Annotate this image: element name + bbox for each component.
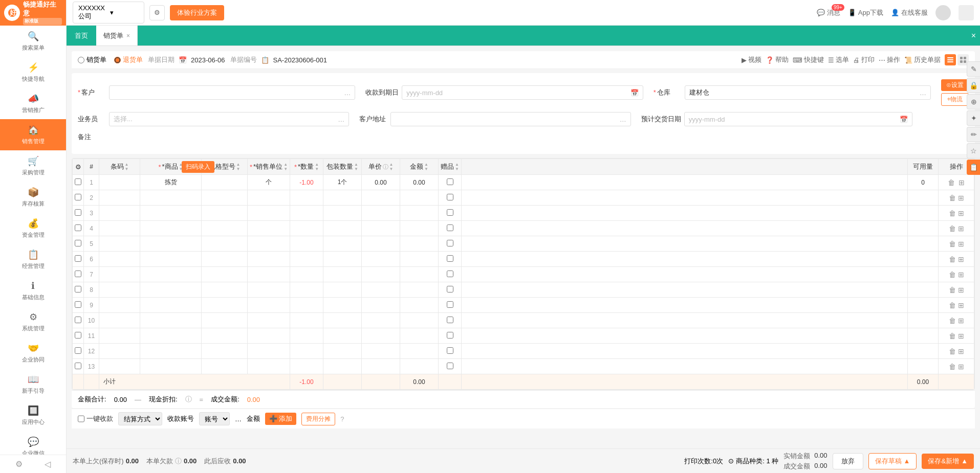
rp-btn-2[interactable]: 🔒 [967,78,980,93]
abandon-button[interactable]: 放弃 [833,453,863,469]
sidebar-item-guide[interactable]: 📖 新手引导 [0,369,66,400]
sidebar-item-apps[interactable]: 🔲 应用中心 [0,400,66,431]
account-select[interactable]: 账号 [199,412,230,425]
help-icon2[interactable]: ? [340,415,344,423]
app-download-btn[interactable]: 📱 App下载 [848,8,883,17]
table-row: 10🗑⊞ [73,313,974,328]
scan-button[interactable]: 扫码录入 [182,161,214,173]
order-icon: 📋 [261,56,269,64]
customer-input[interactable]: … [109,85,355,100]
list-view-btn[interactable] [945,54,956,65]
quicknav-icon: ⚡ [28,62,39,73]
tab-sales-order[interactable]: 销货单 × [96,26,138,46]
expense-button[interactable]: 费用分摊 [301,413,335,425]
delete-btn[interactable]: 🗑 [948,178,955,187]
customer-addr-input[interactable]: … [390,112,630,126]
one-pay-checkbox[interactable]: 一键收款 [78,412,113,425]
sidebar-item-purchase[interactable]: 🛒 采购管理 [0,150,66,182]
radio-return[interactable]: 退货单 [114,55,143,64]
info-btn[interactable]: ⓘ [185,395,192,404]
save-new-button[interactable]: 保存&新增 ▲ [922,454,974,469]
select-btn[interactable]: ☰ 选单 [828,55,849,64]
table-row: 8🗑⊞ [73,282,974,298]
sidebar-item-inventory[interactable]: 📦 库存核算 [0,182,66,213]
sidebar-item-finance[interactable]: 💰 资金管理 [0,213,66,244]
order-type-radio-group: 销货单 退货单 [78,55,143,64]
table-row: 13🗑⊞ [73,359,974,374]
logistics-btn[interactable]: +物流 [941,93,969,106]
amount-value: 0.00 [114,396,127,403]
sidebar-item-search[interactable]: 🔍 搜索菜单 [0,26,66,57]
settings-btn[interactable]: ⊙设置 [941,79,969,91]
sidebar-item-sales[interactable]: 🏠 销售管理 [0,119,66,150]
gift-checkbox[interactable] [447,178,453,185]
goods-cell[interactable]: 拣货 [140,175,202,190]
radio-sales[interactable]: 销货单 [78,55,106,64]
tab-bar-close-btn[interactable]: × [971,31,976,40]
purchase-icon: 🛒 [28,155,39,167]
pay-method-select[interactable]: 结算方式 [118,412,162,425]
delete-btn[interactable]: 🗑 [949,194,956,202]
video-btn[interactable]: ▶ 视频 [742,55,761,64]
gear-icon[interactable]: ⚙ [75,163,81,171]
history-btn[interactable]: 📜 历史单据 [904,55,941,64]
company-selector[interactable]: XXXXXX公司 ▾ [73,2,144,24]
user-menu[interactable] [959,5,974,20]
rp-btn-6[interactable]: ☆ [967,143,980,159]
shortcut-btn[interactable]: ⌨ 快捷键 [793,55,824,64]
sidebar-item-wechat[interactable]: 💬 企业微信 [0,431,66,455]
tab-close-icon[interactable]: × [126,32,130,39]
row-checkbox[interactable] [75,178,81,185]
table-row: 1 拣货 个 -1.00 1个 0.00 0.00 0 🗑 [73,175,974,190]
rp-btn-3[interactable]: ⊕ [967,94,980,109]
sidebar-collapse-btn[interactable]: ◁ [45,459,51,469]
copy-btn[interactable]: ⊞ [958,194,964,202]
sidebar-item-management[interactable]: 📋 经营管理 [0,244,66,275]
remarks-field: 备注 [78,132,969,142]
sidebar-item-label: 企业微信 [22,449,45,455]
help-btn[interactable]: ❓ 帮助 [766,55,789,64]
sidebar-item-marketing[interactable]: 📣 营销推广 [0,88,66,119]
table-row: 7🗑⊞ [73,267,974,282]
minus-icon: — [135,396,141,403]
sidebar-item-basic[interactable]: ℹ 基础信息 [0,275,66,306]
rp-btn-4[interactable]: ✦ [967,110,980,126]
warehouse-input[interactable]: 建材仓 … [685,85,931,100]
tab-home[interactable]: 首页 [67,26,96,46]
due-date-label: 收款到期日 [365,88,399,97]
trial-button[interactable]: 体验行业方案 [170,5,224,20]
subtotal-avail: 0.00 [908,374,939,390]
sidebar-item-system[interactable]: ⚙ 系统管理 [0,306,66,337]
expected-date-input[interactable]: yyyy-mm-dd 📅 [684,112,912,126]
form-row-3: 备注 [78,132,969,142]
form-footer: 金额合计: 0.00 — 现金折扣: ⓘ = 成交金额: 0.00 [72,390,975,408]
svg-rect-4 [947,61,953,62]
bottom-bar: 本单上欠(保存时) 0.00 本单欠款 ⓘ 0.00 此后应收 0.00 打印次… [67,448,980,473]
add-button[interactable]: ➕ 添加 [265,413,296,425]
print-btn[interactable]: 🖨 打印 [853,55,875,64]
row-checkbox[interactable] [75,194,81,200]
subtotal-qty: -1.00 [290,374,323,390]
sidebar-item-label: 营销推广 [22,106,45,114]
save-draft-button[interactable]: 保存草稿 ▲ [868,453,917,469]
salesperson-input[interactable]: 选择... … [109,112,349,126]
gift-checkbox[interactable] [447,194,453,200]
info-icon2[interactable]: ⓘ [175,457,182,466]
rp-btn-7[interactable]: 📋 [967,160,980,175]
rp-btn-1[interactable]: ✎ [967,61,980,77]
operation-btn[interactable]: ⋯ 操作 [879,55,900,64]
rp-btn-5[interactable]: ✏ [967,127,980,142]
qty-cell[interactable]: -1.00 [290,175,323,190]
sidebar-item-quicknav[interactable]: ⚡ 快捷导航 [0,57,66,88]
online-service-btn[interactable]: 👤 在线客服 [891,8,928,17]
sidebar-item-collab[interactable]: 🤝 企业协同 [0,337,66,369]
amount-label2: 金额 [247,414,260,423]
settings-btn[interactable]: ⚙ [149,5,165,20]
due-date-input[interactable]: yyyy-mm-dd 📅 [402,85,643,100]
message-btn[interactable]: 💬 消息 99+ [817,8,840,17]
plus-icon: ➕ [269,415,277,422]
price-cell[interactable]: 0.00 [362,175,400,190]
copy-btn[interactable]: ⊞ [959,178,965,187]
sidebar-settings-btn[interactable]: ⚙ [15,459,23,469]
sales-icon: 🏠 [28,124,39,136]
